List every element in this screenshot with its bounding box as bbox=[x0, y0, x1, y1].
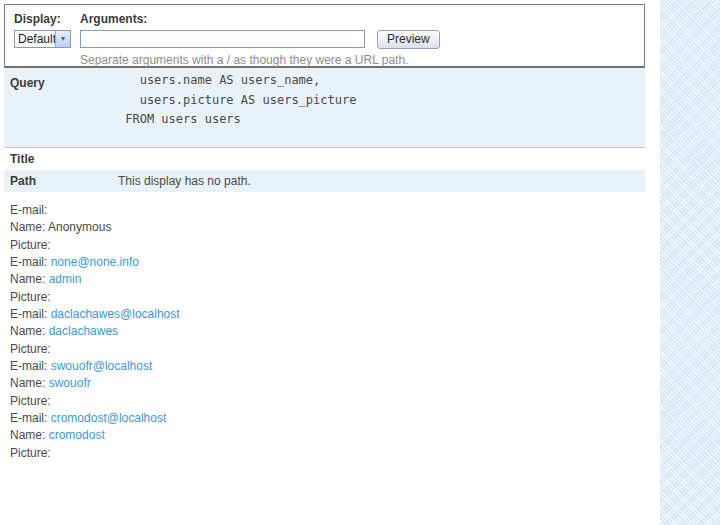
title-row-label: Title bbox=[4, 147, 118, 170]
picture-field: Picture: bbox=[10, 237, 720, 254]
arguments-column: Arguments: Preview Separate arguments wi… bbox=[80, 12, 636, 66]
user-result: E-mail: Name: Anonymous Picture: bbox=[10, 202, 720, 254]
picture-field: Picture: bbox=[10, 341, 720, 358]
picture-field: Picture: bbox=[10, 289, 720, 306]
email-field: E-mail: swouofr@localhost bbox=[10, 358, 720, 375]
user-result: E-mail: cromodost@localhost Name: cromod… bbox=[10, 410, 720, 462]
email-field: E-mail: none@none.info bbox=[10, 254, 720, 271]
user-result: E-mail: daclachawes@localhost Name: dacl… bbox=[10, 306, 720, 358]
email-link[interactable]: none@none.info bbox=[51, 255, 139, 269]
name-field: Name: daclachawes bbox=[10, 323, 720, 340]
display-select-value: Defaults bbox=[15, 32, 55, 46]
arguments-help-text: Separate arguments with a / as though th… bbox=[80, 53, 636, 67]
picture-label: Picture: bbox=[10, 342, 51, 356]
user-result: E-mail: none@none.info Name: admin Pictu… bbox=[10, 254, 720, 306]
email-label: E-mail: bbox=[10, 307, 47, 321]
name-field: Name: admin bbox=[10, 271, 720, 288]
name-label: Name: bbox=[10, 220, 45, 234]
summary-row-path: Path This display has no path. bbox=[4, 170, 645, 192]
picture-field: Picture: bbox=[10, 393, 720, 410]
display-label: Display: bbox=[14, 12, 71, 26]
user-result: E-mail: swouofr@localhost Name: swouofr … bbox=[10, 358, 720, 410]
email-field: E-mail: cromodost@localhost bbox=[10, 410, 720, 427]
name-label: Name: bbox=[10, 428, 45, 442]
picture-label: Picture: bbox=[10, 446, 51, 460]
chevron-down-icon[interactable]: ▼ bbox=[55, 31, 70, 47]
picture-field: Picture: bbox=[10, 445, 720, 462]
name-field: Name: swouofr bbox=[10, 375, 720, 392]
preview-button[interactable]: Preview bbox=[377, 30, 440, 49]
name-link[interactable]: cromodost bbox=[49, 428, 105, 442]
display-select[interactable]: Defaults ▼ bbox=[14, 30, 71, 48]
picture-label: Picture: bbox=[10, 238, 51, 252]
email-label: E-mail: bbox=[10, 203, 47, 217]
path-row-label: Path bbox=[4, 170, 118, 192]
name-value: Anonymous bbox=[48, 220, 111, 234]
title-row-value bbox=[118, 147, 645, 170]
email-label: E-mail: bbox=[10, 359, 47, 373]
picture-label: Picture: bbox=[10, 290, 51, 304]
arguments-label: Arguments: bbox=[80, 12, 636, 26]
preview-results: E-mail: Name: Anonymous Picture: E-mail:… bbox=[10, 202, 720, 462]
email-label: E-mail: bbox=[10, 411, 47, 425]
name-link[interactable]: admin bbox=[49, 272, 82, 286]
email-link[interactable]: daclachawes@localhost bbox=[51, 307, 180, 321]
picture-label: Picture: bbox=[10, 394, 51, 408]
views-preview-page: Display: Defaults ▼ Arguments: Preview S… bbox=[0, 0, 720, 525]
email-label: E-mail: bbox=[10, 255, 47, 269]
name-field: Name: Anonymous bbox=[10, 219, 720, 236]
name-label: Name: bbox=[10, 324, 45, 338]
summary-row-title: Title bbox=[4, 147, 645, 170]
name-label: Name: bbox=[10, 272, 45, 286]
email-link[interactable]: cromodost@localhost bbox=[51, 411, 167, 425]
page-background-texture bbox=[660, 0, 720, 525]
email-field: E-mail: bbox=[10, 202, 720, 219]
name-field: Name: cromodost bbox=[10, 427, 720, 444]
name-label: Name: bbox=[10, 376, 45, 390]
email-field: E-mail: daclachawes@localhost bbox=[10, 306, 720, 323]
path-row-value: This display has no path. bbox=[118, 170, 645, 192]
preview-controls-panel: Display: Defaults ▼ Arguments: Preview S… bbox=[4, 4, 645, 68]
name-link[interactable]: daclachawes bbox=[49, 324, 118, 338]
arguments-input[interactable] bbox=[80, 30, 365, 48]
display-column: Display: Defaults ▼ bbox=[14, 12, 71, 66]
name-link[interactable]: swouofr bbox=[49, 376, 91, 390]
email-link[interactable]: swouofr@localhost bbox=[51, 359, 153, 373]
